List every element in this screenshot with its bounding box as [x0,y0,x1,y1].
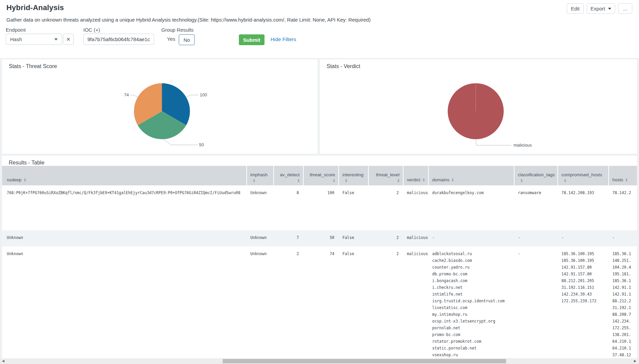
group-results-yes-option[interactable]: Yes [167,36,175,42]
cell-line: isrg.trustid.ocsp.identrust.com [432,298,511,304]
page-title: Hybrid-Analysis [6,3,64,12]
scroll-right-icon[interactable]: ▶ [634,359,636,363]
group-results-no-option[interactable]: No [179,34,195,45]
hide-filters-link[interactable]: Hide Filters [271,36,296,42]
sort-icon [345,179,365,182]
more-options-button[interactable]: ... [618,3,632,14]
stats-threat-score-panel: Stats - Threat Score 1005074 [2,59,317,154]
cell-line: 185.36.1 [612,250,637,257]
cell-line: 185.36.1 [612,277,637,284]
column-label: interesting [342,172,365,177]
export-button[interactable]: Export [587,3,615,14]
cell-line: 88.212.2 [612,298,637,304]
cell-line: 31.192.1 [612,304,637,311]
verdict-pie-chart: malicious [320,59,637,154]
cell-line: 31.192.116.151 [561,284,606,291]
column-header-compromised_hosts[interactable]: compromised_hosts [558,166,609,185]
cell-line: 172.255.239.172 [561,298,606,304]
cell-line: my.intimshop.ru [432,311,511,318]
cell-hosts: 185.36.1148.251.104.20.4195.181.185.36.1… [609,246,637,358]
table-header-row: ssdeepimphashav_detectthreat_scoreintere… [2,166,637,185]
cell-line: rotator.promokrot.com [432,338,511,345]
results-title: Results - Table [9,160,45,166]
cell-line: Unknown [7,250,244,257]
sort-icon [298,179,300,182]
scrollbar-thumb[interactable] [223,359,506,363]
cell-line: 142.91.157.80 [561,264,606,271]
cell-interesting: False [339,230,369,246]
cell-interesting: False [339,185,369,230]
submit-button[interactable]: Submit [239,34,265,45]
sort-icon [564,179,605,182]
cell-line: 142.91.1 [612,291,637,298]
cell-line: - [518,234,555,241]
cell-threat_level: 2 [369,246,404,358]
cell-line: 138.201. [612,331,637,338]
cell-compromised_hosts: - [558,230,609,246]
column-header-domains[interactable]: domains [429,166,515,185]
cell-compromised_hosts: 78.142.208.193 [558,185,609,230]
column-header-interesting[interactable]: interesting [339,166,369,185]
cell-line: False [342,189,365,196]
cell-line: livestatisc.com [432,304,511,311]
column-header-verdict[interactable]: verdict [404,166,429,185]
pie-label: 50 [199,142,204,147]
column-label: imphash [250,172,270,177]
label-leader-line [163,139,198,145]
cell-line: 2 [372,189,399,196]
cell-ssdeep: Unknown [2,246,247,358]
cell-line: 172.255. [612,325,637,331]
cell-line: Unknown [7,234,244,241]
column-label: domains [432,177,449,182]
cell-line: cache2.biasdo.com [432,257,511,264]
sort-icon [423,178,425,182]
column-header-av_detect[interactable]: av_detect [274,166,304,185]
column-header-threat_score[interactable]: threat_score [304,166,339,185]
horizontal-scrollbar[interactable]: ◀ ▶ [0,358,639,364]
cell-line: intimlife.net [432,291,511,298]
column-header-threat_level[interactable]: threat_level [369,166,404,185]
results-panel: Results - Table ssdeepimphashav_detectth… [2,156,637,358]
label-leader-line [476,140,511,145]
cell-classification_tags: - [515,230,558,246]
cell-line: 195.181. [612,271,637,277]
cell-domains: - [429,230,515,246]
label-leader-line [130,95,138,97]
table-row: UnknownUnknown274False2maliciousadblocko… [2,246,637,358]
cell-imphash: Unknown [247,185,274,230]
column-header-classification_tags[interactable]: classification_tags [515,166,558,185]
cell-line: 64.210.1 [612,345,637,352]
cell-line: 74 [307,250,334,257]
cell-line: Unknown [250,250,271,257]
edit-button[interactable]: Edit [567,3,584,14]
cell-verdict: malicious [404,246,429,358]
endpoint-select[interactable]: Hash [6,34,62,45]
cell-hosts: 78.142.2 [609,185,637,230]
cell-domains: adblockotsosal.rucache2.biasdo.comcounte… [429,246,515,358]
scroll-left-icon[interactable]: ◀ [2,359,4,363]
cell-imphash: Unknown [247,230,274,246]
endpoint-selected-value: Hash [10,36,22,42]
ioc-input[interactable] [83,34,154,45]
clear-endpoint-button[interactable]: ✕ [63,34,74,45]
cell-line: i.bongacash.com [432,277,511,284]
cell-line: 142.91.1 [612,284,637,291]
cell-line: malicious [407,234,425,241]
sort-icon [333,179,335,182]
cell-line: 78.142.208.193 [561,189,606,196]
column-header-imphash[interactable]: imphash [247,166,274,185]
cell-line: 7 [277,234,299,241]
cell-line: - [561,234,606,241]
cell-line: promo-bc.com [432,331,511,338]
cell-line: Unknown [250,189,271,196]
column-header-ssdeep[interactable]: ssdeep [2,166,247,185]
cell-threat_score: 50 [304,230,339,246]
cell-line: counter.yadro.ru [432,264,511,271]
cell-verdict: malicious [404,185,429,230]
cell-line: 768:P0jK+7fPG760uSiRXoZBKqfl/nmc/Q/Fk3fj… [7,189,244,196]
sort-icon [253,179,270,182]
cell-line: 185.36.100.195 [561,257,606,264]
column-header-hosts[interactable]: hosts [609,166,637,185]
sort-icon [452,178,454,182]
chevron-down-icon [608,8,611,10]
